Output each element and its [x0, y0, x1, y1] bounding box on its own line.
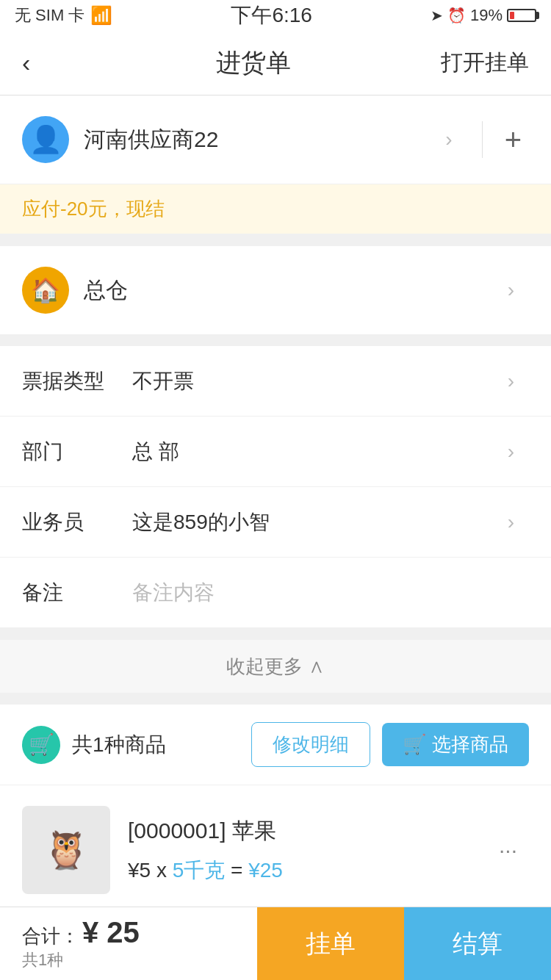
sim-label: 无 SIM 卡 — [15, 4, 84, 26]
product-qty: 5千克 — [173, 859, 226, 882]
product-thumbnail: 🦉 — [22, 806, 110, 894]
nav-bar: ‹ 进货单 打开挂单 — [0, 31, 551, 96]
total-count: 共1种 — [22, 949, 235, 971]
main-content: 👤 河南供应商22 › + 应付-20元，现结 🏠 总仓 › 票据类型 不开票 … — [0, 96, 551, 980]
page-title: 进货单 — [216, 46, 291, 80]
location-icon: ➤ — [431, 7, 443, 24]
settle-button[interactable]: 结算 — [404, 907, 551, 980]
price-eq: = — [231, 859, 248, 882]
add-supplier-button[interactable]: + — [497, 123, 529, 156]
invoice-chevron-icon: › — [508, 370, 514, 393]
notice-bar: 应付-20元，现结 — [0, 184, 551, 234]
products-card: 🛒 共1种商品 修改明细 🛒 选择商品 🦉 [0000001] 苹果 ¥5 x … — [0, 705, 551, 915]
product-thumb-owl-icon: 🦉 — [43, 829, 89, 871]
total-label: 合计： — [22, 923, 79, 949]
notice-text: 应付-20元，现结 — [22, 198, 165, 220]
salesperson-value: 这是859的小智 — [125, 508, 508, 536]
product-name: [0000001] 苹果 — [128, 816, 487, 846]
invoice-label: 票据类型 — [22, 367, 125, 395]
warehouse-name: 总仓 — [84, 275, 508, 306]
wifi-icon: 📶 — [90, 5, 112, 26]
status-right: ➤ ⏰ 19% — [431, 6, 536, 25]
dept-chevron-icon: › — [508, 440, 514, 464]
product-item: 🦉 [0000001] 苹果 ¥5 x 5千克 = ¥25 ··· — [0, 785, 551, 915]
product-count-icon-wrap: 🛒 — [22, 726, 60, 764]
price-separator: x — [156, 859, 173, 882]
status-time: 下午6:16 — [231, 1, 312, 29]
supplier-divider — [482, 121, 483, 158]
product-more-button[interactable]: ··· — [487, 830, 529, 870]
product-price: ¥5 x 5千克 = ¥25 — [128, 857, 487, 884]
warehouse-chevron-icon: › — [508, 278, 514, 302]
collapse-button[interactable]: 收起更多 ∧ — [0, 640, 551, 693]
battery-indicator — [507, 9, 536, 22]
back-button[interactable]: ‹ — [22, 48, 66, 77]
form-card: 票据类型 不开票 › 部门 总 部 › 业务员 这是859的小智 › 备注 备注… — [0, 346, 551, 628]
price-unit: ¥5 — [128, 859, 151, 882]
status-left: 无 SIM 卡 📶 — [15, 4, 112, 26]
battery-percent: 19% — [470, 6, 503, 25]
total-amount: ¥ 25 — [82, 916, 140, 949]
select-product-button[interactable]: 🛒 选择商品 — [382, 723, 529, 766]
supplier-name: 河南供应商22 — [84, 125, 445, 155]
remark-input[interactable]: 备注内容 — [125, 579, 529, 607]
product-count-label: 共1种商品 — [72, 731, 251, 759]
invoice-value: 不开票 — [125, 367, 508, 395]
remark-label: 备注 — [22, 579, 125, 607]
shopping-icon: 🛒 — [29, 732, 54, 757]
dept-label: 部门 — [22, 438, 125, 466]
supplier-avatar: 👤 — [22, 116, 69, 163]
bottom-bar: 合计： ¥ 25 共1种 挂单 结算 — [0, 907, 551, 980]
open-pending-button[interactable]: 打开挂单 — [441, 48, 529, 78]
remark-row[interactable]: 备注 备注内容 — [0, 558, 551, 628]
hang-button[interactable]: 挂单 — [257, 907, 404, 980]
warehouse-icon-wrap: 🏠 — [22, 267, 69, 314]
dept-value: 总 部 — [125, 438, 508, 466]
warehouse-icon: 🏠 — [31, 276, 60, 304]
product-header: 🛒 共1种商品 修改明细 🛒 选择商品 — [0, 705, 551, 785]
avatar-icon: 👤 — [29, 124, 62, 155]
supplier-card: 👤 河南供应商22 › + 应付-20元，现结 — [0, 96, 551, 234]
status-bar: 无 SIM 卡 📶 下午6:16 ➤ ⏰ 19% — [0, 0, 551, 31]
select-product-label: 选择商品 — [432, 732, 508, 757]
salesperson-label: 业务员 — [22, 508, 125, 536]
salesperson-chevron-icon: › — [508, 511, 514, 534]
warehouse-row: 🏠 总仓 › — [0, 246, 551, 334]
warehouse-card[interactable]: 🏠 总仓 › — [0, 246, 551, 334]
dept-row[interactable]: 部门 总 部 › — [0, 417, 551, 487]
select-product-icon: 🛒 — [403, 733, 426, 756]
product-total: ¥25 — [248, 859, 283, 882]
edit-detail-button[interactable]: 修改明细 — [251, 722, 370, 767]
supplier-row: 👤 河南供应商22 › + — [0, 96, 551, 184]
product-info: [0000001] 苹果 ¥5 x 5千克 = ¥25 — [128, 816, 487, 884]
salesperson-row[interactable]: 业务员 这是859的小智 › — [0, 487, 551, 558]
supplier-chevron-icon[interactable]: › — [445, 128, 452, 151]
alarm-icon: ⏰ — [447, 7, 466, 24]
total-section: 合计： ¥ 25 共1种 — [0, 907, 257, 980]
invoice-row[interactable]: 票据类型 不开票 › — [0, 346, 551, 417]
